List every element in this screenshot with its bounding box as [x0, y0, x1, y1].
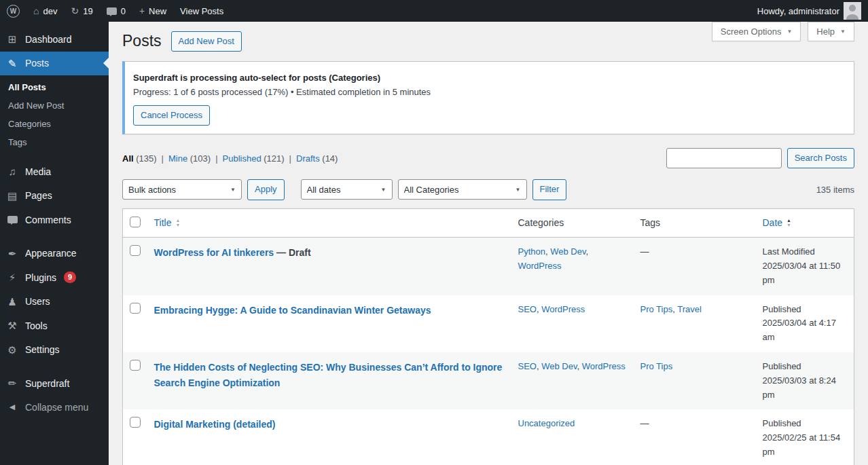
help-label: Help	[816, 26, 835, 37]
post-tags: Pro Tips	[634, 352, 756, 409]
post-tags: —	[634, 238, 756, 295]
filter-button[interactable]: Filter	[532, 179, 567, 200]
sidebar-item-appearance[interactable]: ✒ Appearance	[0, 242, 109, 266]
category-link[interactable]: Uncategorized	[518, 418, 575, 428]
search-posts-button[interactable]: Search Posts	[787, 148, 854, 168]
table-row: The Hidden Costs of Neglecting SEO: Why …	[123, 352, 854, 409]
view-filter-separator: |	[215, 153, 217, 164]
comments-icon	[5, 213, 19, 227]
notice-heading: Superdraft is processing auto-select for…	[133, 73, 846, 83]
superdraft-icon: ✏	[5, 377, 19, 390]
view-filter-mine[interactable]: Mine (103)	[168, 153, 211, 164]
appearance-icon: ✒	[5, 247, 19, 261]
category-link[interactable]: SEO	[518, 361, 537, 371]
comments-bubble-icon	[107, 7, 117, 15]
apply-button[interactable]: Apply	[247, 179, 285, 200]
category-link[interactable]: WordPress	[541, 304, 585, 314]
view-filter-all[interactable]: All (135)	[122, 153, 157, 164]
collapse-icon: ◀	[5, 402, 19, 411]
column-header-categories: Categories	[511, 208, 634, 238]
screen-options-button[interactable]: Screen Options ▼	[712, 22, 801, 41]
row-checkbox[interactable]	[130, 360, 141, 371]
view-filter-item: Published (121)|	[223, 153, 296, 164]
posts-submenu: All Posts Add New Post Categories Tags	[0, 75, 109, 160]
view-filter-item: Drafts (14)	[296, 153, 338, 164]
new-content-menu[interactable]: + New	[132, 0, 173, 22]
view-filter-drafts[interactable]: Drafts (14)	[296, 153, 338, 164]
sidebar-label-appearance: Appearance	[25, 247, 77, 259]
row-checkbox[interactable]	[130, 303, 141, 314]
sidebar-item-pages[interactable]: ▤ Pages	[0, 184, 109, 208]
category-link[interactable]: Python	[518, 246, 545, 257]
sidebar-item-superdraft[interactable]: ✏ Superdraft	[0, 371, 109, 396]
categories-filter-select[interactable]: All Categories	[398, 179, 527, 200]
row-checkbox[interactable]	[130, 417, 141, 428]
select-all-checkbox[interactable]	[130, 217, 141, 227]
notice-progress-text: Progress: 1 of 6 posts processed (17%) •…	[133, 87, 846, 97]
post-title-link[interactable]: Embracing Hygge: A Guide to Scandinavian…	[154, 305, 431, 316]
view-filter-count: (121)	[264, 153, 284, 164]
wordpress-logo-menu[interactable]: W	[0, 0, 26, 22]
help-button[interactable]: Help ▼	[808, 22, 854, 41]
sidebar-separator	[0, 232, 109, 242]
comments-menu[interactable]: 0	[100, 0, 132, 22]
column-header-title[interactable]: Title▲▼	[147, 208, 511, 238]
sidebar-item-settings[interactable]: ⚙ Settings	[0, 338, 109, 362]
view-filter-item: All (135)|	[122, 153, 168, 164]
post-title-link[interactable]: WordPress for AI tinkerers	[154, 247, 274, 258]
plugins-icon: ⚡	[5, 271, 19, 284]
sidebar-item-comments[interactable]: Comments	[0, 208, 109, 232]
tag-link[interactable]: Travel	[677, 304, 702, 314]
updates-menu[interactable]: ↻ 19	[64, 0, 99, 22]
add-new-post-button[interactable]: Add New Post	[171, 31, 242, 52]
post-title-link[interactable]: The Hidden Costs of Neglecting SEO: Why …	[154, 362, 503, 388]
search-input[interactable]	[666, 148, 782, 168]
post-tags: —	[634, 409, 756, 465]
sidebar-subitem-add-new-post[interactable]: Add New Post	[0, 96, 109, 115]
category-link[interactable]: SEO	[518, 304, 537, 314]
post-categories: SEO, Web Dev, WordPress	[511, 352, 634, 409]
category-link[interactable]: Web Dev	[550, 246, 585, 257]
post-title-link[interactable]: Digital Marketing (detailed)	[154, 419, 276, 430]
category-link[interactable]: WordPress	[582, 361, 626, 371]
sidebar-label-users: Users	[25, 295, 50, 308]
post-categories: Uncategorized	[511, 409, 634, 465]
cancel-process-button[interactable]: Cancel Process	[133, 105, 210, 126]
sidebar-subitem-tags[interactable]: Tags	[0, 133, 109, 151]
main-content: Screen Options ▼ Help ▼ Posts Add New Po…	[109, 22, 868, 465]
search-box: Search Posts	[666, 148, 854, 168]
my-account-menu[interactable]: Howdy, administrator	[751, 0, 868, 22]
sidebar-label-pages: Pages	[25, 189, 52, 202]
sidebar-item-collapse-menu[interactable]: ◀ Collapse menu	[0, 396, 109, 419]
sidebar-item-posts[interactable]: ✎ Posts	[0, 52, 109, 76]
sidebar-item-media[interactable]: ♫ Media	[0, 160, 109, 184]
screen-meta: Screen Options ▼ Help ▼	[712, 22, 854, 41]
table-row: Embracing Hygge: A Guide to Scandinavian…	[123, 295, 854, 352]
category-link[interactable]: Web Dev	[541, 361, 577, 371]
view-filter-published[interactable]: Published (121)	[223, 153, 285, 164]
sidebar-item-dashboard[interactable]: ⊞ Dashboard	[0, 27, 109, 52]
post-date-value: 2025/03/04 at 11:50 pm	[763, 261, 841, 285]
tag-link[interactable]: Pro Tips	[640, 361, 673, 371]
page-title: Posts	[122, 31, 162, 52]
view-posts-menu[interactable]: View Posts	[173, 0, 230, 22]
post-date: Last Modified2025/03/04 at 11:50 pm	[756, 238, 854, 295]
dates-filter-select[interactable]: All dates	[301, 179, 393, 200]
site-name-menu[interactable]: ⌂ dev	[26, 0, 64, 22]
sidebar-label-dashboard: Dashboard	[25, 33, 72, 45]
category-link[interactable]: WordPress	[518, 261, 562, 271]
tag-link[interactable]: Pro Tips	[640, 304, 673, 314]
bulk-actions-select[interactable]: Bulk actions	[122, 179, 242, 200]
sidebar-item-users[interactable]: ♟ Users	[0, 290, 109, 314]
view-filters: All (135)|Mine (103)|Published (121)|Dra…	[122, 153, 338, 164]
post-date: Published2025/02/25 at 11:54 pm	[756, 409, 854, 465]
updates-count: 19	[83, 6, 92, 16]
column-header-date[interactable]: Date▲▼	[756, 208, 854, 238]
sidebar-item-plugins[interactable]: ⚡ Plugins 9	[0, 265, 109, 290]
sidebar-item-tools[interactable]: ⚒ Tools	[0, 314, 109, 338]
tools-icon: ⚒	[5, 319, 19, 333]
plugins-update-badge: 9	[64, 272, 76, 283]
row-checkbox[interactable]	[130, 245, 141, 256]
sidebar-subitem-categories[interactable]: Categories	[0, 115, 109, 133]
sidebar-subitem-all-posts[interactable]: All Posts	[0, 78, 109, 96]
